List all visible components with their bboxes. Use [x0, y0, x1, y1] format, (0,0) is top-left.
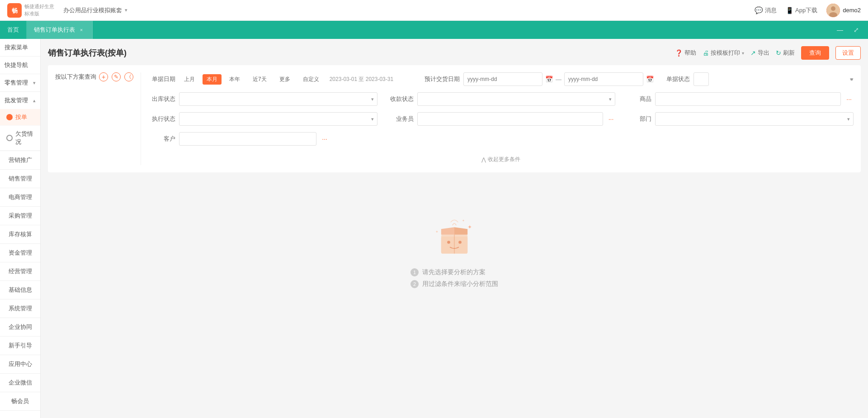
sidebar-item-operation[interactable]: 经营管理: [0, 262, 40, 281]
avatar: [826, 4, 840, 17]
tab-home[interactable]: 首页: [0, 21, 27, 39]
main-filter: 单据日期 上月 本月 本年 近7天 更多 自定义 2023-03-01 至 20…: [148, 72, 854, 165]
payment-select[interactable]: [417, 92, 616, 106]
breadcrumb-area[interactable]: 办公用品行业模拟账套 ▾: [63, 6, 127, 14]
sidebar-item-sales[interactable]: 销售管理: [0, 170, 40, 188]
tab-7days[interactable]: 近7天: [248, 74, 272, 85]
logo-icon: 畅: [7, 3, 22, 18]
expected-date-label: 预计交货日期: [425, 75, 460, 83]
filter-row-3: 执行状态 业务员 ··· 部门: [148, 112, 854, 126]
customer-input[interactable]: [179, 132, 316, 146]
help-btn[interactable]: ❓ 帮助: [675, 49, 696, 57]
logo-area: 畅 畅捷通好生意 标准版: [7, 3, 54, 18]
collapse-scheme-btn[interactable]: 《: [124, 72, 133, 81]
doc-status-select[interactable]: [693, 72, 709, 86]
tab-more[interactable]: 更多: [274, 74, 295, 85]
sidebar-item-marketing[interactable]: 营销推广: [0, 151, 40, 170]
print-arrow-icon: ▾: [742, 51, 744, 56]
date-range-display: 2023-03-01 至 2023-03-31: [330, 76, 393, 83]
date-filter: 单据日期 上月 本月 本年 近7天 更多 自定义 2023-03-01 至 20…: [148, 74, 415, 85]
exec-status-select[interactable]: [179, 112, 377, 126]
message-action[interactable]: 💬 消息: [755, 6, 777, 14]
doc-status-label: 单据状态: [663, 75, 690, 83]
empty-step-2-label: 用过滤条件来缩小分析范围: [422, 280, 498, 288]
salesperson-more-icon[interactable]: ···: [607, 115, 616, 123]
sidebar-item-system[interactable]: 系统管理: [0, 299, 40, 318]
svg-point-11: [458, 241, 462, 244]
tab-minimize-btn[interactable]: —: [834, 24, 846, 36]
user-area[interactable]: demo2: [826, 4, 861, 17]
product-more-icon[interactable]: ···: [844, 95, 854, 103]
outbound-select[interactable]: [179, 92, 377, 106]
tab-this-month[interactable]: 本月: [203, 74, 222, 85]
topbar-left: 畅 畅捷通好生意 标准版 办公用品行业模拟账套 ▾: [7, 3, 127, 18]
chevron-down-icon: ▾: [33, 80, 36, 86]
sidebar-item-retail[interactable]: 零售管理 ▾: [0, 74, 40, 91]
template-print-btn[interactable]: 🖨 按模板打印 ▾: [703, 49, 744, 57]
tab-this-year[interactable]: 本年: [224, 74, 245, 85]
collapse-arrow-icon: ⋀: [481, 157, 486, 163]
expected-date-from-input[interactable]: [463, 72, 542, 86]
sidebar-debt-label: 欠货情况: [15, 130, 36, 146]
tab-sales-order[interactable]: 销售订单执行表 ×: [27, 21, 93, 39]
main-area: 搜索菜单 快捷导航 零售管理 ▾ 批发管理 ▴ 按单 欠货情况 营销推广 销售管…: [0, 39, 868, 418]
product-label: 商品: [624, 95, 651, 103]
sidebar-sub-debt[interactable]: 欠货情况: [0, 126, 40, 151]
sidebar-quick-nav[interactable]: 快捷导航: [0, 57, 40, 74]
search-btn[interactable]: 查询: [801, 46, 829, 60]
sidebar-item-appstore[interactable]: 应用中心: [0, 355, 40, 374]
help-icon: ❓: [675, 49, 683, 57]
sidebar-item-corpwechat[interactable]: 企业微信: [0, 374, 40, 392]
sidebar-item-newbie[interactable]: 新手引导: [0, 337, 40, 355]
scheme-label: 按以下方案查询: [55, 73, 96, 81]
dept-select[interactable]: [655, 112, 854, 126]
sidebar-search-menu[interactable]: 搜索菜单: [0, 39, 40, 57]
product-input[interactable]: [655, 92, 841, 106]
svg-point-3: [831, 6, 835, 11]
refresh-label: 刷新: [783, 49, 795, 57]
sidebar-item-finance[interactable]: 资金管理: [0, 244, 40, 262]
customer-more-icon[interactable]: ···: [320, 135, 329, 142]
date-label: 单据日期: [148, 75, 175, 83]
tab-sales-order-label: 销售订单执行表: [34, 26, 75, 34]
tab-maximize-btn[interactable]: ⤢: [850, 24, 863, 36]
expected-date-to-input[interactable]: [564, 72, 643, 86]
date-calendar2-icon[interactable]: 📅: [646, 76, 654, 83]
sidebar-item-inventory[interactable]: 库存核算: [0, 225, 40, 244]
svg-marker-8: [454, 227, 467, 235]
date-calendar-icon[interactable]: 📅: [545, 76, 553, 83]
export-btn[interactable]: ↗ 导出: [750, 49, 769, 57]
page-actions: ❓ 帮助 🖨 按模板打印 ▾ ↗ 导出 ↻ 刷新 查询 设置: [675, 46, 861, 60]
empty-step-1-label: 请先选择要分析的方案: [422, 268, 486, 276]
sidebar-section-retail: 零售管理 ▾: [0, 74, 40, 92]
page-title: 销售订单执行表(按单): [48, 48, 127, 58]
sidebar-item-ecommerce[interactable]: 电商管理: [0, 188, 40, 207]
settings-btn[interactable]: 设置: [835, 46, 861, 60]
help-label: 帮助: [684, 49, 696, 57]
sidebar-sub-order[interactable]: 按单: [0, 109, 40, 126]
scheme-panel-title: 按以下方案查询 + ✎ 《: [55, 72, 133, 81]
sidebar-item-wholesale[interactable]: 批发管理 ▴: [0, 92, 40, 109]
app-download-icon: 📱: [786, 7, 793, 14]
collapse-btn[interactable]: ⋀ 收起更多条件: [148, 152, 854, 165]
edit-scheme-btn[interactable]: ✎: [112, 72, 121, 81]
sidebar-item-purchase[interactable]: 采购管理: [0, 207, 40, 225]
refresh-btn[interactable]: ↻ 刷新: [776, 49, 795, 57]
add-scheme-btn[interactable]: +: [99, 72, 108, 81]
app-download-action[interactable]: 📱 App下载: [786, 6, 817, 14]
sidebar-item-corp[interactable]: 企业协同: [0, 318, 40, 337]
breadcrumb-arrow-icon: ▾: [125, 7, 127, 13]
nav-tabs-right: — ⤢: [834, 24, 868, 36]
tab-last-month[interactable]: 上月: [179, 74, 200, 85]
sidebar-item-basic[interactable]: 基础信息: [0, 281, 40, 299]
tab-custom[interactable]: 自定义: [298, 74, 324, 85]
salesperson-input[interactable]: [417, 112, 603, 126]
outbound-label: 出库状态: [148, 95, 175, 103]
sidebar-order-label: 按单: [15, 113, 27, 121]
filter-row-1: 单据日期 上月 本月 本年 近7天 更多 自定义 2023-03-01 至 20…: [148, 72, 854, 86]
sidebar-item-member[interactable]: 畅会员: [0, 392, 40, 411]
print-icon: 🖨: [703, 49, 709, 57]
tab-close-icon[interactable]: ×: [78, 26, 85, 33]
empty-state: ✦ ✦ ✦ 1 请先选择要分析的方案 2 用过滤条件来缩小分析范围: [48, 178, 861, 324]
filter-row-2: 出库状态 收款状态: [148, 92, 854, 106]
